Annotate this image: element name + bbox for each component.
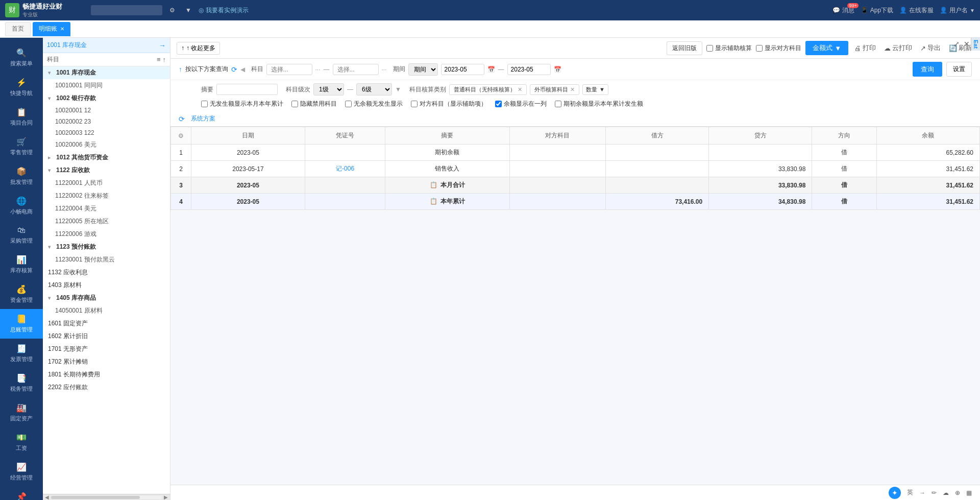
sidebar-item-retail[interactable]: 🛒 零售管理 bbox=[0, 132, 43, 161]
nav-arrow-btn[interactable]: → bbox=[919, 489, 925, 496]
account-item-11220001[interactable]: 11220001 人民币 bbox=[43, 177, 170, 189]
level-to-select[interactable]: 6级 bbox=[356, 83, 392, 96]
account-item-11220006[interactable]: 11220006 游戏 bbox=[43, 228, 170, 241]
account-item-11230001[interactable]: 11230001 预付款黑云 bbox=[43, 253, 170, 266]
export-btn[interactable]: ↗ 导出 bbox=[918, 41, 943, 55]
lang-btn[interactable]: 英 bbox=[907, 488, 913, 497]
account-item-14050001[interactable]: 14050001 原材料 bbox=[43, 304, 170, 317]
category-tag-1-close[interactable]: ✕ bbox=[570, 86, 575, 93]
amount-format-btn[interactable]: 金额式 ▼ bbox=[805, 41, 848, 55]
account-item-10020003[interactable]: 10020003 122 bbox=[43, 127, 170, 138]
account-item-1405[interactable]: ▾ 1405 库存商品 bbox=[43, 292, 170, 304]
float-action-btn[interactable]: ✦ bbox=[889, 487, 901, 499]
period-to-input[interactable] bbox=[507, 64, 551, 75]
subject-input[interactable] bbox=[266, 64, 312, 75]
filter-collapse-left-icon[interactable]: ◀ bbox=[240, 66, 245, 73]
user-area[interactable]: 👤 用户名 ▼ bbox=[940, 6, 975, 15]
account-item-1002[interactable]: ▾ 1002 银行存款 bbox=[43, 92, 170, 105]
tab-detail-close[interactable]: ✕ bbox=[60, 26, 64, 32]
subject-input-end[interactable] bbox=[333, 64, 379, 75]
system-scheme-label[interactable]: 系统方案 bbox=[191, 114, 215, 123]
account-item-1601[interactable]: 1601 固定资产 bbox=[43, 317, 170, 330]
filter-refresh-icon[interactable]: ⟳ bbox=[231, 65, 237, 74]
level-from-select[interactable]: 1级 bbox=[313, 83, 344, 96]
tab-home[interactable]: 首页 bbox=[5, 22, 31, 36]
plus-circle-icon[interactable]: ⊕ bbox=[955, 489, 960, 496]
sidebar-item-expense[interactable]: 📌 小畅报销 bbox=[0, 487, 43, 500]
account-item-11220004[interactable]: 11220004 美元 bbox=[43, 202, 170, 215]
account-item-11220005[interactable]: 11220005 所在地区 bbox=[43, 215, 170, 228]
summary-input[interactable] bbox=[216, 84, 278, 95]
cb-balance-one-col[interactable] bbox=[495, 101, 502, 107]
scroll-left-icon[interactable]: ◀ bbox=[45, 494, 49, 500]
row2-voucher-link[interactable]: 记-006 bbox=[336, 165, 354, 172]
app-download-btn[interactable]: 📱 App下载 bbox=[861, 6, 893, 15]
account-item-10010001[interactable]: 10010001 同同同 bbox=[43, 79, 170, 92]
sidebar-item-assets[interactable]: 🏭 固定资产 bbox=[0, 398, 43, 427]
panel-close-btn[interactable]: ✕ bbox=[964, 40, 970, 48]
period-type-select[interactable]: 期间 bbox=[408, 63, 438, 76]
return-old-btn[interactable]: 返回旧版 bbox=[667, 41, 702, 55]
right-panel-toggle[interactable]: Eat bbox=[971, 38, 980, 51]
collapse-more-btn[interactable]: ↑ ↑ 收起更多 bbox=[177, 42, 220, 55]
account-item-11220002[interactable]: 11220002 往来标签 bbox=[43, 189, 170, 202]
account-up-icon[interactable]: ↑ bbox=[163, 56, 166, 63]
sidebar-item-search[interactable]: 🔍 搜索菜单 bbox=[0, 43, 43, 73]
edit-icon[interactable]: ✏ bbox=[932, 489, 937, 496]
account-item-2202[interactable]: 2202 应付账款 bbox=[43, 381, 170, 394]
global-search-input[interactable] bbox=[91, 5, 162, 15]
message-btn[interactable]: 💬 消息 99+ bbox=[832, 6, 854, 15]
account-item-10020006[interactable]: 10020006 美元 bbox=[43, 138, 170, 151]
cb-balance-one-col-label[interactable]: 余额显示在一列 bbox=[495, 100, 547, 108]
subject-dots[interactable]: ··· bbox=[315, 66, 321, 73]
sidebar-item-project[interactable]: 📋 项目合同 bbox=[0, 102, 43, 132]
query-btn[interactable]: 查询 bbox=[913, 62, 942, 77]
sidebar-item-inventory[interactable]: 📊 库存核算 bbox=[0, 250, 43, 279]
account-item-1701[interactable]: 1701 无形资产 bbox=[43, 343, 170, 355]
online-service-btn[interactable]: 👤 在线客服 bbox=[899, 6, 934, 15]
cloud-icon[interactable]: ☁ bbox=[943, 489, 949, 496]
period-from-input[interactable] bbox=[441, 64, 484, 75]
account-list-icon[interactable]: ≡ bbox=[157, 56, 161, 63]
account-nav-arrow[interactable]: → bbox=[159, 41, 166, 50]
account-item-1602[interactable]: 1602 累计折旧 bbox=[43, 330, 170, 343]
show-aux-checkbox-label[interactable]: 显示辅助核算 bbox=[706, 44, 752, 53]
sidebar-item-tax[interactable]: 📑 税务管理 bbox=[0, 368, 43, 398]
sidebar-item-wholesale[interactable]: 📦 批发管理 bbox=[0, 161, 43, 191]
show-contra-checkbox[interactable] bbox=[756, 45, 763, 52]
quantity-tag[interactable]: 数量 ▼ bbox=[582, 84, 608, 95]
sidebar-item-salary[interactable]: 💵 工资 bbox=[0, 427, 43, 457]
account-item-1403[interactable]: 1403 原材料 bbox=[43, 279, 170, 292]
dropdown-icon-btn[interactable]: ▼ bbox=[182, 7, 194, 14]
category-tag-0-close[interactable]: ✕ bbox=[518, 86, 522, 93]
sidebar-item-biz-mgmt[interactable]: 📈 经营管理 bbox=[0, 457, 43, 487]
print-btn[interactable]: 🖨 打印 bbox=[852, 41, 878, 55]
cal-from-icon[interactable]: 📅 bbox=[487, 66, 495, 73]
sidebar-item-quick-nav[interactable]: ⚡ 快捷导航 bbox=[0, 73, 43, 102]
show-aux-checkbox[interactable] bbox=[706, 45, 713, 52]
subject-dots-end[interactable]: ··· bbox=[382, 66, 387, 73]
account-item-1702[interactable]: 1702 累计摊销 bbox=[43, 355, 170, 368]
grid-icon[interactable]: ▦ bbox=[966, 489, 972, 496]
account-item-1122[interactable]: ▾ 1122 应收款 bbox=[43, 164, 170, 177]
account-item-1001[interactable]: ▾ 1001 库存现金 bbox=[43, 66, 170, 79]
account-scroll-bar[interactable]: ◀ ▶ bbox=[43, 494, 170, 500]
cb-no-activity-label[interactable]: 无发生额显示本月本年累计 bbox=[201, 100, 283, 108]
sidebar-item-invoice[interactable]: 🧾 发票管理 bbox=[0, 339, 43, 368]
account-item-10020002[interactable]: 10020002 23 bbox=[43, 116, 170, 127]
account-item-1132[interactable]: 1132 应收利息 bbox=[43, 266, 170, 279]
settings-icon-btn[interactable]: ⚙ bbox=[166, 7, 178, 14]
sidebar-item-ecommerce[interactable]: 🌐 小畅电商 bbox=[0, 191, 43, 221]
cb-hide-disabled[interactable] bbox=[291, 101, 298, 107]
cal-to-icon[interactable]: 📅 bbox=[554, 66, 561, 73]
sidebar-item-purchase[interactable]: 🛍 采购管理 bbox=[0, 221, 43, 250]
cb-no-activity[interactable] bbox=[201, 101, 208, 107]
tab-detail[interactable]: 明细账 ✕ bbox=[33, 22, 70, 36]
demo-link[interactable]: ◎ 我要看实例演示 bbox=[199, 6, 249, 15]
show-contra-checkbox-label[interactable]: 显示对方科目 bbox=[756, 44, 801, 53]
cb-contra[interactable] bbox=[411, 101, 418, 107]
sidebar-item-ledger[interactable]: 📒 总账管理 bbox=[0, 309, 43, 339]
account-item-1123[interactable]: ▾ 1123 预付账款 bbox=[43, 241, 170, 253]
account-item-1012[interactable]: ▸ 1012 其他货币资金 bbox=[43, 151, 170, 164]
config-gear-icon[interactable]: ⚙ bbox=[178, 132, 184, 139]
